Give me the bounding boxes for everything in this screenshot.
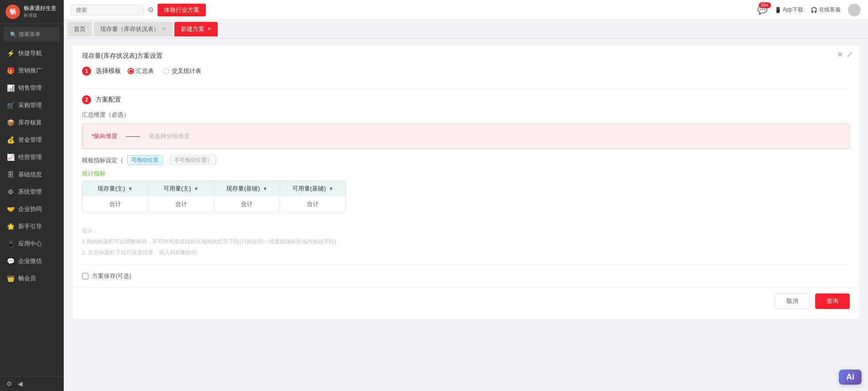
tab-new-scheme-label: 新建方案 <box>181 25 204 33</box>
collapse-icon[interactable]: ◀ <box>18 380 23 387</box>
query-button[interactable]: 查询 <box>815 293 850 309</box>
tip1: 1.拖动标题栏可以调整布局，不可跨维度或指标区域拖动栏目字段(只能在同一维度或指… <box>82 236 850 247</box>
sidebar-item-label: 采购管理 <box>18 101 42 109</box>
sidebar-item-marketing[interactable]: 🎁 营销推广 <box>0 62 64 79</box>
content-area: 现存量(库存状况表)方案设置 ✕ ⤢ 1 选择模板 汇总表 <box>64 38 868 391</box>
tab-inventory-close[interactable]: ✕ <box>162 26 166 32</box>
headset-icon: 🎧 <box>811 7 817 13</box>
settings-icon[interactable]: ⚙ <box>6 380 12 387</box>
sales-icon: 📊 <box>6 84 15 92</box>
sysmanage-icon: ⚙ <box>6 188 15 196</box>
sidebar-item-member[interactable]: 👑 畅会员 <box>0 270 64 287</box>
step2-title: 方案配置 <box>96 96 121 104</box>
save-scheme-row: 方案保存(可选) <box>73 265 859 288</box>
dimension-hint: 请选择分组维度 <box>148 132 190 140</box>
weixin-icon: 💬 <box>6 257 15 265</box>
stats-col-3: 可用量(基辅) ▼ <box>280 181 346 196</box>
indicator-section: 模板指标设定（ 可拖动位置 不可拖动位置） 统计指标 现存量(主) ▼ <box>73 155 859 219</box>
sidebar-item-management[interactable]: 📈 经营管理 <box>0 149 64 166</box>
radio-crosstab-circle <box>163 68 169 74</box>
basicinfo-icon: 🗄 <box>6 170 15 179</box>
save-scheme-label: 方案保存(可选) <box>92 272 132 280</box>
close-panel-button[interactable]: ✕ <box>837 50 843 59</box>
step1-title: 选择模板 <box>96 67 121 75</box>
topbar-gear-icon[interactable]: ⚙ <box>148 5 154 14</box>
user-avatar[interactable] <box>848 4 861 16</box>
tips-section: 提示： 1.拖动标题栏可以调整布局，不可跨维度或指标区域拖动栏目字段(只能在同一… <box>73 219 859 264</box>
topbar-left: ⚙ 体验行业方案 <box>71 4 753 16</box>
stats-body-col-1: 合计 <box>148 196 214 212</box>
stats-col-1-chevron[interactable]: ▼ <box>194 186 199 191</box>
sidebar-item-label: 资金管理 <box>18 136 42 144</box>
app-download-link[interactable]: 📱 App下载 <box>775 6 803 14</box>
stats-col-3-chevron[interactable]: ▼ <box>329 186 334 191</box>
tab-inventory-label: 现存量（库存状况表） <box>100 25 159 33</box>
sidebar-item-basicinfo[interactable]: 🗄 基础信息 <box>0 166 64 183</box>
dimension-section: 汇总维度（必选） *纵向维度 —— 请选择分组维度 <box>82 111 850 149</box>
sidebar-item-sales[interactable]: 📊 销售管理 <box>0 79 64 97</box>
sidebar-item-finance[interactable]: 💰 资金管理 <box>0 131 64 149</box>
appcenter-icon: 📱 <box>6 240 15 248</box>
stats-col-0-label: 现存量(主) <box>97 185 125 193</box>
sidebar-item-appcenter[interactable]: 📱 应用中心 <box>0 235 64 252</box>
radio-crosstab[interactable]: 交叉统计表 <box>163 67 201 75</box>
save-scheme-checkbox[interactable] <box>82 273 88 279</box>
finance-icon: 💰 <box>6 136 15 144</box>
stats-col-1: 可用量(主) ▼ <box>148 181 214 196</box>
sidebar-item-label: 销售管理 <box>18 84 42 92</box>
stats-col-3-label: 可用量(基辅) <box>292 185 326 193</box>
step1-header: 1 选择模板 汇总表 交叉统计表 <box>82 67 850 76</box>
stats-col-2-label: 现存量(基辅) <box>226 185 260 193</box>
tab-new-scheme-close[interactable]: ✕ <box>207 26 211 32</box>
marketing-icon: 🎁 <box>6 67 15 75</box>
topbar-search-input[interactable] <box>71 5 144 15</box>
sidebar-item-quicknav[interactable]: ⚡ 快捷导航 <box>0 45 64 62</box>
sidebar-item-label: 库存核算 <box>18 118 42 127</box>
stats-col-0-chevron[interactable]: ▼ <box>128 186 133 191</box>
indicator-label-text: 模板指标设定（ <box>82 156 123 165</box>
tab-home[interactable]: 首页 <box>67 22 92 36</box>
expand-panel-button[interactable]: ⤢ <box>847 50 853 59</box>
guide-icon: 🌟 <box>6 222 15 231</box>
sidebar-logo: 畅 畅康通好生意 标准版 <box>0 0 64 24</box>
sidebar-item-label: 企业协同 <box>18 205 42 213</box>
stats-label: 统计指标 <box>82 170 850 178</box>
stats-table-header: 现存量(主) ▼ 可用量(主) ▼ 现存量(基辅) ▼ 可用量(基辅) <box>82 181 346 196</box>
sidebar-item-cooperation[interactable]: 🤝 企业协同 <box>0 201 64 218</box>
step2-number: 2 <box>82 95 91 104</box>
messages-icon-wrap[interactable]: 💬 99+ <box>757 5 767 15</box>
unmovable-tag: 不可拖动位置） <box>170 155 216 165</box>
sidebar-item-sysmanage[interactable]: ⚙ 系统管理 <box>0 183 64 201</box>
online-service-link[interactable]: 🎧 在线客服 <box>811 6 841 14</box>
trial-button[interactable]: 体验行业方案 <box>158 4 206 16</box>
sidebar-item-weixin[interactable]: 💬 企业微信 <box>0 252 64 270</box>
stats-col-2-chevron[interactable]: ▼ <box>263 186 268 191</box>
indicator-label: 模板指标设定（ 可拖动位置 不可拖动位置） <box>82 155 850 165</box>
radio-summary[interactable]: 汇总表 <box>128 67 154 75</box>
sidebar-item-inventory[interactable]: 📦 库存核算 <box>0 114 64 131</box>
radio-crosstab-label: 交叉统计表 <box>172 67 201 75</box>
member-icon: 👑 <box>6 274 15 283</box>
inventory-icon: 📦 <box>6 118 15 127</box>
step1-number: 1 <box>82 67 91 76</box>
sidebar-search[interactable]: 🔍 搜索菜单 <box>4 27 60 42</box>
cancel-button[interactable]: 取消 <box>775 293 810 309</box>
tab-new-scheme[interactable]: 新建方案 ✕ <box>174 22 218 36</box>
dimension-box: *纵向维度 —— 请选择分组维度 <box>82 123 850 149</box>
app-edition: 标准版 <box>24 12 56 19</box>
stats-body-col-2: 合计 <box>214 196 281 212</box>
sidebar-item-purchase[interactable]: 🛒 采购管理 <box>0 97 64 114</box>
tip2: 2. 点击标题栏下拉可设置排序、插入列和删除列 <box>82 247 850 258</box>
management-icon: 📈 <box>6 153 15 161</box>
stats-table: 现存量(主) ▼ 可用量(主) ▼ 现存量(基辅) ▼ 可用量(基辅) <box>82 180 346 212</box>
sidebar: 畅 畅康通好生意 标准版 🔍 搜索菜单 ⚡ 快捷导航 🎁 营销推广 📊 销售管理… <box>0 0 64 391</box>
purchase-icon: 🛒 <box>6 101 15 109</box>
dimension-required-text: *纵向维度 <box>92 132 117 140</box>
tab-inventory-status[interactable]: 现存量（库存状况表） ✕ <box>94 22 173 36</box>
stats-body-col-3: 合计 <box>280 196 346 212</box>
app-name: 畅康通好生意 <box>24 5 56 12</box>
sidebar-item-label: 应用中心 <box>18 240 42 248</box>
stats-col-2: 现存量(基辅) ▼ <box>214 181 281 196</box>
sidebar-item-guide[interactable]: 🌟 新手引导 <box>0 218 64 235</box>
ai-badge[interactable]: Ai <box>839 370 862 385</box>
